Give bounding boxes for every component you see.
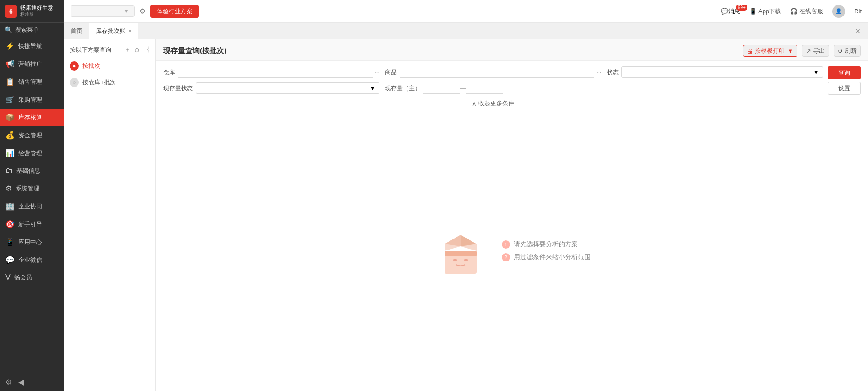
filter-row-2: 现存量状态 ▼ 现存量（主） — [163,82,823,94]
inventory-qty-to[interactable] [466,83,503,94]
tab-home[interactable]: 首页 [64,23,89,39]
step-1-num: 1 [502,240,510,249]
sidebar-settings-icon[interactable]: ⚙ [5,378,12,386]
add-scheme-icon[interactable]: ＋ [124,46,131,54]
topbar: ▼ ⚙ 体验行业方案 💬 消息 99+ 📱 App下载 🎧 在线客服 👤 Rit [64,0,868,23]
print-dropdown-icon[interactable]: ▼ [787,48,793,54]
tab-inventory-batch[interactable]: 库存批次账 × [89,23,138,39]
step-2-num: 2 [502,253,510,261]
sidebar-search[interactable]: 🔍 搜索菜单 [0,23,64,37]
refresh-icon: ↺ [838,48,843,54]
trial-button[interactable]: 体验行业方案 [150,5,199,18]
left-panel-actions: ＋ ⊙ 《 [124,46,150,54]
service-label: 在线客服 [799,7,823,16]
tab-close-icon[interactable]: × [128,28,132,34]
sidebar-item-vip[interactable]: V 畅会员 [0,269,64,286]
sidebar-item-label: 采购管理 [18,96,42,104]
svg-point-5 [453,259,457,261]
left-panel: 按以下方案查询 ＋ ⊙ 《 ● 按批次 ○ 按仓库+批次 [64,39,156,391]
query-button[interactable]: 查询 [828,66,861,79]
sidebar-item-label: 新手引导 [18,220,42,228]
sidebar-item-basics[interactable]: 🗂 基础信息 [0,162,64,179]
sidebar-item-system[interactable]: ⚙ 系统管理 [0,179,64,197]
scheme-item-batch[interactable]: ● 按批次 [64,58,155,74]
finance-icon: 💰 [5,131,15,140]
settings-scheme-icon[interactable]: ⊙ [134,46,140,54]
scheme-item-warehouse-batch[interactable]: ○ 按仓库+批次 [64,74,155,91]
tab-active-label: 库存批次账 [96,27,126,35]
print-label: 按模板打印 [755,47,785,55]
apps-icon: 📱 [5,238,15,246]
export-button[interactable]: ↗ 导出 [802,45,829,57]
inventory-status-label: 现存量状态 [163,84,193,92]
content-area: 按以下方案查询 ＋ ⊙ 《 ● 按批次 ○ 按仓库+批次 现存量查询(按批次) [64,39,868,391]
sidebar-item-quicknav[interactable]: ⚡ 快捷导航 [0,37,64,55]
tabs-bar-close-icon[interactable]: ✕ [855,27,861,35]
status-label: 状态 [607,68,619,76]
scheme-label-warehouse-batch: 按仓库+批次 [82,78,116,87]
sidebar-item-enterprise[interactable]: 🏢 企业协同 [0,197,64,215]
sidebar-item-label: 经营管理 [18,149,42,157]
empty-step-1: 1 请先选择要分析的方案 [502,240,591,249]
topbar-app-download[interactable]: 📱 App下载 [749,7,781,16]
sidebar-item-label: 快捷导航 [18,42,42,50]
user-avatar[interactable]: 👤 [832,5,845,18]
sidebar-item-operations[interactable]: 📊 经营管理 [0,144,64,162]
warehouse-input[interactable] [178,67,373,78]
topbar-gear-icon[interactable]: ⚙ [139,7,146,16]
sidebar-item-marketing[interactable]: 📢 营销推广 [0,55,64,73]
sidebar-item-guide[interactable]: 🎯 新手引导 [0,215,64,233]
topbar-search-area[interactable]: ▼ [71,5,135,17]
inventory-qty-from[interactable] [423,83,460,94]
collapse-row[interactable]: ∧ 收起更多条件 [163,98,823,109]
collapse-scheme-icon[interactable]: 《 [143,46,150,54]
page-title: 现存量查询(按批次) [163,46,227,56]
scheme-label-batch: 按批次 [82,62,100,70]
warehouse-dots[interactable]: ··· [374,69,379,76]
main: ▼ ⚙ 体验行业方案 💬 消息 99+ 📱 App下载 🎧 在线客服 👤 Rit [64,0,868,391]
basics-icon: 🗂 [5,167,13,175]
product-dots[interactable]: ··· [596,69,601,76]
product-input[interactable] [400,67,594,78]
sidebar-item-label: 库存核算 [18,114,42,122]
right-main: 现存量查询(按批次) 🖨 按模板打印 ▼ ↗ 导出 ↺ 刷新 [156,39,868,391]
wechat-icon: 💬 [5,255,15,264]
filter-status: 状态 ▼ [607,66,823,78]
sidebar-item-finance[interactable]: 💰 资金管理 [0,126,64,144]
collapse-icon: ∧ [472,100,477,107]
topbar-online-service[interactable]: 🎧 在线客服 [790,7,823,16]
svg-point-6 [464,259,468,261]
inventory-status-arrow: ▼ [369,85,375,92]
sidebar-item-sales[interactable]: 📋 销售管理 [0,73,64,91]
sidebar-item-label: 资金管理 [18,131,42,140]
settings-button[interactable]: 设置 [828,82,861,95]
topbar-dropdown-icon[interactable]: ▼ [123,8,129,15]
action-buttons: 查询 设置 [828,66,861,95]
topbar-message[interactable]: 💬 消息 99+ [721,7,740,16]
topbar-search-input[interactable] [76,8,121,15]
sidebar-footer: ⚙ ◀ [0,373,64,391]
print-button[interactable]: 🖨 按模板打印 ▼ [743,45,797,57]
operations-icon: 📊 [5,149,15,157]
username[interactable]: Rit [854,8,862,15]
sidebar-header: 6 畅康通好生意 标准版 [0,0,64,23]
sidebar-item-inventory[interactable]: 📦 库存核算 [0,109,64,126]
vip-icon: V [5,273,11,282]
message-icon: 💬 [721,8,728,15]
inventory-status-select[interactable]: ▼ [196,82,379,94]
tabs-bar: 首页 库存批次账 × ✕ [64,23,868,39]
service-icon: 🎧 [790,8,797,15]
sidebar-item-wechat[interactable]: 💬 企业微信 [0,251,64,269]
status-select[interactable]: ▼ [621,66,823,78]
sidebar-item-label: 企业协同 [18,202,42,211]
filter-area: 仓库 ··· 商品 ··· 状态 [156,61,868,115]
topbar-right: 💬 消息 99+ 📱 App下载 🎧 在线客服 👤 Rit [721,5,862,18]
quicknav-icon: ⚡ [5,42,15,50]
sidebar-collapse-icon[interactable]: ◀ [18,378,24,386]
sidebar-edition: 标准版 [20,11,53,18]
sidebar-item-apps[interactable]: 📱 应用中心 [0,233,64,251]
sidebar-item-purchase[interactable]: 🛒 采购管理 [0,91,64,109]
enterprise-icon: 🏢 [5,202,15,211]
refresh-button[interactable]: ↺ 刷新 [834,45,861,57]
sidebar: 6 畅康通好生意 标准版 🔍 搜索菜单 ⚡ 快捷导航 📢 营销推广 📋 销售管理… [0,0,64,391]
